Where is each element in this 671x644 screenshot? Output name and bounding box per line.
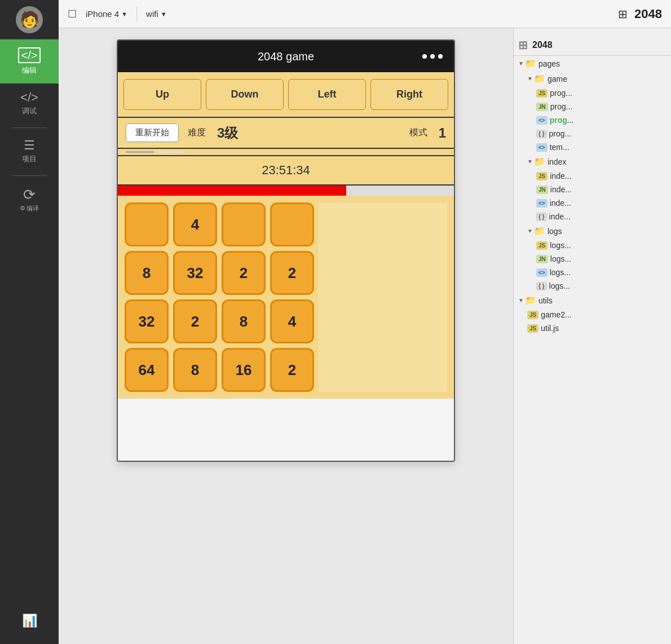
down-button[interactable]: Down xyxy=(206,79,284,110)
game2-js-label: game2... xyxy=(541,310,571,319)
dot-3 xyxy=(438,54,443,59)
html-badge-logs: <> xyxy=(536,268,548,277)
logs-js-label: logs... xyxy=(550,241,571,250)
tree-folder-index[interactable]: ▼ 📁 index xyxy=(514,154,671,169)
scroll-indicator-2 xyxy=(156,151,184,153)
mode-value: 1 xyxy=(439,125,446,141)
left-button[interactable]: Left xyxy=(288,79,366,110)
top-bar: ☐ iPhone 4 ▼ wifi ▼ ⊞ 2048 xyxy=(59,0,671,28)
restart-button[interactable]: 重新开始 xyxy=(126,123,179,142)
utils-label: utils xyxy=(538,296,553,305)
chart-icon: 📊 xyxy=(22,615,37,627)
js-badge-logs: JS xyxy=(536,241,548,250)
file-tree-panel: ⊞ 2048 ▼ 📁 pages ▼ 📁 game JS prog... JN xyxy=(513,28,671,644)
jn-badge-logs: JN xyxy=(536,255,548,263)
tree-folder-logs[interactable]: ▼ 📁 logs xyxy=(514,223,671,239)
tree-file-prog-html[interactable]: <> prog... xyxy=(514,113,671,127)
tree-grid-icon: ⊞ xyxy=(518,38,528,52)
sidebar-item-project[interactable]: ☰ 项目 xyxy=(0,131,59,172)
pages-label: pages xyxy=(538,59,560,68)
dot-2 xyxy=(430,54,435,59)
tile-2-1: 2 xyxy=(173,299,217,343)
sidebar-divider-2 xyxy=(12,175,47,176)
sidebar-item-build[interactable]: ⟳ ⚙ 编译 xyxy=(0,179,59,220)
phone-frame: 2048 game Up Down Left Right xyxy=(117,39,455,462)
up-button[interactable]: Up xyxy=(123,79,201,110)
json-badge-index: { } xyxy=(536,213,547,221)
progress-fill xyxy=(118,186,346,196)
pages-arrow: ▼ xyxy=(518,60,524,67)
tile-3-2: 16 xyxy=(222,348,266,392)
tree-file-util-js[interactable]: JS util.js xyxy=(514,321,671,335)
tree-file-index-html[interactable]: <> inde... xyxy=(514,196,671,210)
game-grid: 4 8 32 2 2 32 2 8 4 xyxy=(125,202,314,392)
avatar[interactable]: 🧑 xyxy=(16,6,43,33)
wifi-selector[interactable]: wifi ▼ xyxy=(146,9,167,19)
logs-json-label: logs... xyxy=(549,281,570,290)
tree-file-index-jn[interactable]: JN inde... xyxy=(514,183,671,196)
tree-file-prog-js[interactable]: JS prog... xyxy=(514,86,671,100)
main-area: ☐ iPhone 4 ▼ wifi ▼ ⊞ 2048 2048 game xyxy=(59,0,671,644)
tree-file-index-js[interactable]: JS inde... xyxy=(514,169,671,183)
tree-file-tem-html[interactable]: <> tem... xyxy=(514,140,671,154)
tile-2-0: 32 xyxy=(125,299,169,343)
jn-badge-index: JN xyxy=(536,186,548,194)
tree-file-prog-json[interactable]: { } prog... xyxy=(514,127,671,140)
index-html-label: inde... xyxy=(550,199,571,208)
right-button[interactable]: Right xyxy=(370,79,448,110)
tile-0-0 xyxy=(125,202,169,246)
tile-3-3: 2 xyxy=(270,348,314,392)
js-badge-game2: JS xyxy=(527,311,538,319)
device-frame-icon: ☐ xyxy=(68,8,77,20)
util-js-label: util.js xyxy=(541,324,559,333)
index-folder-icon: 📁 xyxy=(534,156,545,167)
project-icon-top: ⊞ xyxy=(618,7,628,21)
header-dots xyxy=(422,54,443,59)
difficulty-value: 3级 xyxy=(217,124,238,142)
phone-title: 2048 game xyxy=(258,50,314,63)
game-arrow: ▼ xyxy=(527,76,533,82)
tree-folder-pages[interactable]: ▼ 📁 pages xyxy=(514,56,671,71)
tree-file-logs-json[interactable]: { } logs... xyxy=(514,279,671,293)
tree-folder-game[interactable]: ▼ 📁 game xyxy=(514,71,671,86)
prog-html-label: prog... xyxy=(550,116,574,125)
dot-1 xyxy=(422,54,427,59)
index-label: index xyxy=(548,157,566,166)
device-selector[interactable]: iPhone 4 ▼ xyxy=(86,9,127,19)
tree-file-index-json[interactable]: { } inde... xyxy=(514,210,671,223)
tile-3-1: 8 xyxy=(173,348,217,392)
prog-json-label: prog... xyxy=(549,129,572,138)
sidebar-item-editor-label: 编辑 xyxy=(22,65,37,76)
tree-file-logs-js[interactable]: JS logs... xyxy=(514,239,671,252)
sidebar-item-debug[interactable]: </> 调试 xyxy=(0,83,59,124)
game-body: Up Down Left Right 重新开始 难度 3级 模式 1 xyxy=(118,72,454,399)
tree-file-logs-html[interactable]: <> logs... xyxy=(514,266,671,279)
tile-0-2 xyxy=(222,202,266,246)
tree-folder-utils[interactable]: ▼ 📁 utils xyxy=(514,293,671,308)
tree-file-game2-js[interactable]: JS game2... xyxy=(514,308,671,321)
js-badge-1: JS xyxy=(536,89,548,98)
grid-right-empty xyxy=(319,202,447,392)
logs-label: logs xyxy=(548,227,562,236)
sidebar-item-editor[interactable]: </> 编辑 xyxy=(0,39,59,83)
tile-0-1: 4 xyxy=(173,202,217,246)
file-tree-title: 2048 xyxy=(532,40,553,50)
top-bar-right: ⊞ 2048 xyxy=(618,7,662,21)
tree-file-prog-jn[interactable]: JN prog... xyxy=(514,100,671,113)
utils-folder-icon: 📁 xyxy=(525,295,536,306)
mode-label: 模式 xyxy=(409,127,427,139)
project-name: 2048 xyxy=(634,7,662,21)
tree-file-logs-jn[interactable]: JN logs... xyxy=(514,252,671,266)
avatar-icon: 🧑 xyxy=(20,10,39,29)
logs-jn-label: logs... xyxy=(550,254,571,263)
html-badge-index: <> xyxy=(536,199,548,208)
build-icon: ⟳ xyxy=(23,187,36,202)
project-icon: ☰ xyxy=(24,139,35,152)
phone-bottom xyxy=(118,399,454,461)
sidebar-item-chart[interactable]: 📊 xyxy=(0,607,59,635)
difficulty-label: 难度 xyxy=(188,127,206,139)
html-badge-1: <> xyxy=(536,116,548,125)
prog-jn-label: prog... xyxy=(550,102,573,111)
wifi-label: wifi xyxy=(146,9,158,19)
timer-bar: 23:51:34 xyxy=(118,155,454,186)
